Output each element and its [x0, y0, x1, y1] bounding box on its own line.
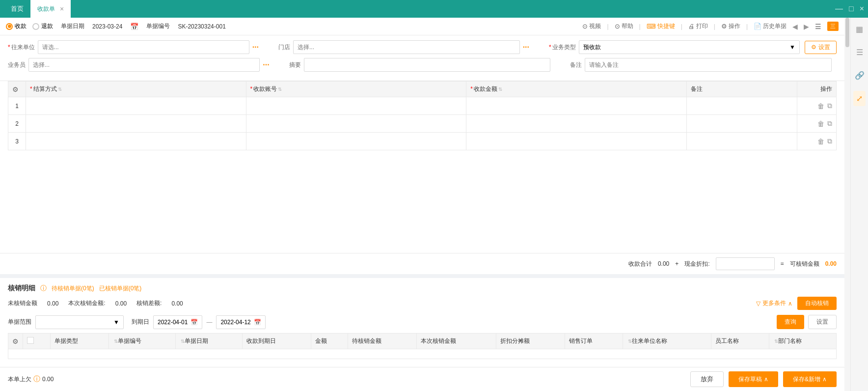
cell-note-2[interactable] — [686, 115, 797, 133]
range-select[interactable]: ▼ — [35, 315, 124, 329]
history-icon: 📄 — [754, 23, 761, 30]
copy-icon-1[interactable]: ⧉ — [827, 102, 832, 110]
scroll-thumb[interactable] — [845, 18, 849, 47]
copy-icon-2[interactable]: ⧉ — [827, 119, 832, 128]
business-type-label: 业务类型 — [552, 43, 576, 52]
current-label: 本次核销金额: — [68, 299, 105, 307]
range-filter: 单据范围 ▼ — [8, 315, 124, 329]
cell-settlement-1[interactable] — [26, 97, 246, 115]
settings-button[interactable]: ⚙ 设置 — [805, 41, 837, 54]
more-filters-btn[interactable]: ▽ 更多条件 ∧ — [756, 299, 792, 307]
radio-label-shoukuan: 收款 — [15, 22, 27, 30]
from-unit-more-icon[interactable]: ··· — [252, 43, 259, 52]
print-icon: 🖨 — [688, 23, 695, 30]
pending-tab[interactable]: 待核销单据(0笔) — [52, 284, 94, 293]
form-area: * 往来单位 ··· 门店 ··· * 业务类型 预收款 ▼ ⚙ — [0, 35, 844, 81]
tab-home[interactable]: 首页 — [4, 0, 30, 18]
settings-verify-button[interactable]: 设置 — [808, 315, 837, 329]
delete-icon-1[interactable]: 🗑 — [817, 102, 824, 110]
tab-active-label: 收款单 — [37, 0, 55, 18]
date-to-input[interactable]: 2022-04-12 📅 — [216, 315, 265, 329]
gear-icon[interactable]: ⚙ — [12, 85, 19, 93]
info-icon[interactable]: ⓘ — [40, 284, 47, 293]
store-field: 门店 ··· — [278, 40, 529, 54]
cell-note-1[interactable] — [686, 97, 797, 115]
form-row-2: 业务员 ··· 摘要 备注 — [8, 58, 837, 72]
copy-icon-3[interactable]: ⧉ — [827, 137, 832, 145]
help-action[interactable]: ⊙ 帮助 — [615, 22, 633, 30]
tab-close-icon[interactable]: × — [60, 0, 64, 18]
expand-icon[interactable]: 三 — [827, 22, 839, 31]
cell-amount-1[interactable] — [466, 97, 687, 115]
salesperson-input[interactable] — [28, 58, 260, 72]
th-note: 备注 — [686, 82, 797, 97]
scrollbar-area — [844, 18, 850, 391]
cell-account-3[interactable] — [246, 133, 466, 150]
done-tab[interactable]: 已核销单据(0笔) — [99, 284, 142, 293]
gear-icon-bottom[interactable]: ⚙ — [12, 337, 19, 345]
cell-account-1[interactable] — [246, 97, 466, 115]
delete-icon-3[interactable]: 🗑 — [817, 138, 824, 145]
shortcut-action[interactable]: ⌨ 快捷键 — [647, 22, 675, 30]
sidebar-attachment-icon[interactable]: 🔗 — [852, 68, 868, 83]
select-all-checkbox[interactable] — [27, 337, 34, 344]
help-label: 帮助 — [622, 22, 633, 30]
business-type-value: 预收款 — [583, 43, 601, 52]
sidebar-list-icon[interactable]: ☰ — [853, 45, 866, 60]
auto-verify-button[interactable]: 自动核销 — [797, 297, 837, 310]
date-filter: 到期日 2022-04-01 📅 — 2022-04-12 📅 — [132, 315, 266, 329]
history-action[interactable]: 📄 历史单据 — [754, 22, 787, 30]
close-button[interactable]: × — [860, 4, 864, 13]
th-current-amount: 本次核销金额 — [417, 334, 496, 349]
delete-icon-2[interactable]: 🗑 — [817, 120, 824, 128]
row-num-3: 3 — [8, 133, 26, 150]
save-draft-button[interactable]: 保存草稿 ∧ — [729, 371, 778, 387]
verify-title: 核销明细 — [8, 284, 35, 293]
save-new-button[interactable]: 保存&新增 ∧ — [783, 371, 837, 387]
th-doc-num: ⇅单据编号 — [108, 334, 175, 349]
diff-value: 0.00 — [171, 300, 183, 307]
cell-settlement-2[interactable] — [26, 115, 246, 133]
store-more-icon[interactable]: ··· — [523, 43, 529, 52]
business-type-select[interactable]: 预收款 ▼ — [579, 40, 800, 54]
tab-active[interactable]: 收款单 × — [30, 0, 71, 18]
sidebar-table-icon[interactable]: ▦ — [853, 22, 866, 37]
more-filters-label: 更多条件 — [762, 299, 786, 307]
nav-next-icon[interactable]: ▶ — [804, 23, 809, 30]
history-label: 历史单据 — [763, 22, 787, 30]
radio-shouquan[interactable]: 收款 — [6, 22, 27, 30]
equals-sign: = — [781, 260, 784, 267]
salesperson-more-icon[interactable]: ··· — [263, 60, 269, 69]
operation-action[interactable]: ⚙ 操作 — [721, 22, 740, 30]
video-action[interactable]: ⊙ 视频 — [582, 22, 601, 30]
th-unit-name: ⇅往来单位名称 — [623, 334, 711, 349]
cell-amount-2[interactable] — [466, 115, 687, 133]
note-input[interactable] — [585, 58, 832, 72]
cell-settlement-3[interactable] — [26, 133, 246, 150]
store-input[interactable] — [293, 40, 520, 54]
print-action[interactable]: 🖨 打印 — [688, 22, 708, 30]
summary-input[interactable] — [304, 58, 551, 72]
info-icon-footer[interactable]: ⓘ — [33, 375, 40, 384]
radio-tuikuan[interactable]: 退款 — [32, 22, 53, 30]
from-unit-input[interactable] — [38, 40, 249, 54]
chevron-up-icon: ∧ — [788, 300, 792, 307]
cell-amount-3[interactable] — [466, 133, 687, 150]
query-button[interactable]: 查询 — [777, 315, 804, 329]
tab-bar: 首页 收款单 × — □ × — [0, 0, 868, 18]
calendar-icon[interactable]: 📅 — [130, 23, 138, 30]
abandon-button[interactable]: 放弃 — [690, 371, 724, 387]
cell-note-3[interactable] — [686, 133, 797, 150]
radio-dot — [8, 25, 11, 28]
th-checkbox-col — [23, 334, 51, 349]
sidebar-expand-icon[interactable]: ⤢ — [853, 91, 866, 106]
cell-account-2[interactable] — [246, 115, 466, 133]
th-gear[interactable]: ⚙ — [8, 82, 26, 97]
maximize-button[interactable]: □ — [849, 4, 854, 13]
date-from-input[interactable]: 2022-04-01 📅 — [153, 315, 202, 329]
minimize-button[interactable]: — — [835, 4, 843, 13]
nav-prev-icon[interactable]: ◀ — [792, 23, 798, 30]
discount-input[interactable] — [716, 257, 775, 270]
list-view-icon[interactable]: ☰ — [815, 23, 821, 30]
chevron-up-new-icon: ∧ — [822, 376, 827, 383]
